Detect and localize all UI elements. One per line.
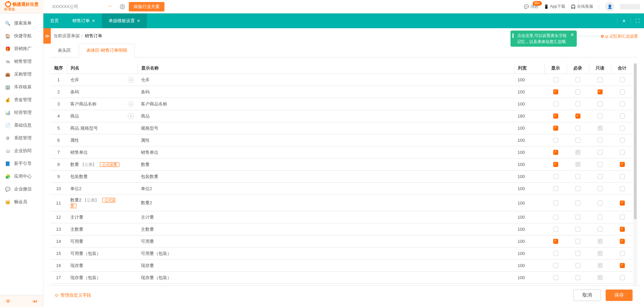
checkbox[interactable]	[620, 114, 625, 119]
checkbox[interactable]	[575, 126, 580, 131]
cell-width[interactable]: 100	[514, 98, 544, 110]
cell-width[interactable]: 100	[514, 74, 544, 86]
cell-display[interactable]: 条码	[138, 86, 514, 98]
cell-width[interactable]: 100	[514, 260, 544, 272]
cell-width[interactable]: 160	[514, 110, 544, 122]
company-select[interactable]: XXXXXX公司 ﹀	[49, 2, 116, 11]
checkbox[interactable]	[575, 138, 580, 143]
checkbox[interactable]	[575, 174, 580, 179]
page-tab-1[interactable]: 销售订单✕	[66, 13, 102, 28]
cell-display[interactable]: 属性	[138, 134, 514, 146]
checkbox[interactable]	[620, 251, 625, 256]
sidebar-item-2[interactable]: 🎁营销推广	[0, 42, 43, 55]
checkbox[interactable]	[620, 77, 625, 82]
checkbox[interactable]	[575, 251, 580, 256]
save-button[interactable]: 保存	[606, 290, 633, 301]
sidebar-item-6[interactable]: 💰资金管理	[0, 93, 43, 106]
cell-display[interactable]: 现存量（包装）	[138, 272, 514, 284]
sidebar-settings-icon[interactable]: ⚙	[6, 299, 10, 304]
try-industry-button[interactable]: 体验行业方案	[129, 2, 164, 11]
close-icon[interactable]: ✕	[137, 18, 140, 23]
cell-width[interactable]: 100	[514, 272, 544, 284]
sidebar-item-12[interactable]: 🧩应用中心	[0, 170, 43, 183]
checkbox[interactable]	[598, 174, 603, 179]
checkbox[interactable]	[553, 239, 558, 244]
checkbox[interactable]	[553, 251, 558, 256]
checkbox[interactable]	[553, 186, 558, 191]
checkbox[interactable]	[575, 77, 580, 82]
online-service-action[interactable]: 🎧 在线客服	[571, 4, 593, 9]
table-vertical-scrollbar[interactable]	[633, 63, 637, 286]
cell-width[interactable]: 100	[514, 159, 544, 171]
cell-display[interactable]: 包装数量	[138, 171, 514, 183]
checkbox[interactable]	[553, 263, 558, 268]
sidebar-item-3[interactable]: 🛍销售管理	[0, 55, 43, 68]
checkbox[interactable]	[620, 138, 625, 143]
checkbox[interactable]	[620, 174, 625, 179]
checkbox[interactable]	[553, 114, 558, 119]
checkbox[interactable]	[598, 215, 603, 220]
cell-width[interactable]: 100	[514, 211, 544, 223]
cell-width[interactable]: 100	[514, 122, 544, 134]
cell-display[interactable]: 规格型号	[138, 122, 514, 134]
checkbox[interactable]	[620, 275, 625, 280]
checkbox[interactable]	[598, 201, 603, 206]
checkbox[interactable]	[553, 227, 558, 232]
checkbox[interactable]	[598, 114, 603, 119]
sidebar-collapse-icon[interactable]: ⏮	[33, 299, 37, 304]
user-avatar[interactable]: 👤	[605, 2, 614, 11]
area-tab-0[interactable]: 表头区	[50, 44, 79, 57]
cell-display[interactable]: 可用量	[138, 235, 514, 248]
checkbox[interactable]	[598, 77, 603, 82]
cell-width[interactable]: 100	[514, 183, 544, 195]
settings-gear-icon[interactable]	[119, 4, 125, 10]
cell-width[interactable]: 100	[514, 134, 544, 146]
checkbox[interactable]	[620, 186, 625, 191]
checkbox[interactable]	[598, 227, 603, 232]
checkbox[interactable]	[553, 77, 558, 82]
checkbox[interactable]	[553, 126, 558, 131]
checkbox[interactable]	[620, 215, 625, 220]
checkbox[interactable]	[598, 138, 603, 143]
sidebar-item-4[interactable]: 👜采购管理	[0, 68, 43, 81]
sidebar-item-11[interactable]: 📘新手引导	[0, 157, 43, 170]
cell-width[interactable]: 100	[514, 223, 544, 235]
sidebar-item-5[interactable]: 🏢库存核算	[0, 81, 43, 93]
cell-width[interactable]: 100	[514, 146, 544, 159]
checkbox[interactable]	[620, 101, 625, 106]
checkbox[interactable]	[575, 186, 580, 191]
app-download-action[interactable]: 📱 App下载	[544, 4, 565, 9]
sidebar-item-0[interactable]: 🔍搜索菜单	[0, 17, 43, 30]
page-tab-0[interactable]: 首页	[43, 13, 66, 28]
cell-display[interactable]: 可用量（包装）	[138, 248, 514, 260]
columns-table-scroll[interactable]: 顺序 列名 显示名称 列宽 显示 必录 只读 合计 1仓库＋仓库1002条码条码…	[50, 63, 633, 286]
checkbox[interactable]	[553, 162, 558, 167]
cell-display[interactable]: 主数量	[138, 223, 514, 235]
checkbox[interactable]	[598, 162, 603, 167]
cell-width[interactable]: 100	[514, 86, 544, 98]
cell-width[interactable]: 100	[514, 195, 544, 211]
checkbox[interactable]	[553, 101, 558, 106]
sidebar-item-9[interactable]: ⚙系统管理	[0, 132, 43, 144]
manage-custom-fields-link[interactable]: ⊙ 管理自定义字段	[55, 292, 91, 298]
checkbox[interactable]	[620, 89, 625, 94]
close-icon[interactable]: ✕	[92, 18, 95, 23]
cell-display[interactable]: 数量	[138, 159, 514, 171]
checkbox[interactable]	[553, 174, 558, 179]
expand-panel-button[interactable]: ≫	[43, 28, 51, 44]
checkbox[interactable]	[575, 101, 580, 106]
cell-display[interactable]: 仓库	[138, 74, 514, 86]
cell-display[interactable]: 数量2	[138, 195, 514, 211]
checkbox[interactable]	[620, 201, 625, 206]
cancel-button[interactable]: 取消	[573, 290, 601, 301]
sidebar-item-10[interactable]: 🗂企业协同	[0, 144, 43, 157]
checkbox[interactable]	[575, 201, 580, 206]
cell-width[interactable]: 100	[514, 248, 544, 260]
page-tab-2[interactable]: 单据模板设置✕	[102, 13, 147, 28]
sidebar-item-14[interactable]: 👑畅会员	[0, 195, 43, 208]
checkbox[interactable]	[553, 215, 558, 220]
fullscreen-icon[interactable]: ⛶	[631, 18, 644, 24]
sidebar-item-7[interactable]: 📊经营管理	[0, 106, 43, 119]
checkbox[interactable]	[598, 186, 603, 191]
close-all-tabs-icon[interactable]: ✕	[617, 18, 631, 24]
